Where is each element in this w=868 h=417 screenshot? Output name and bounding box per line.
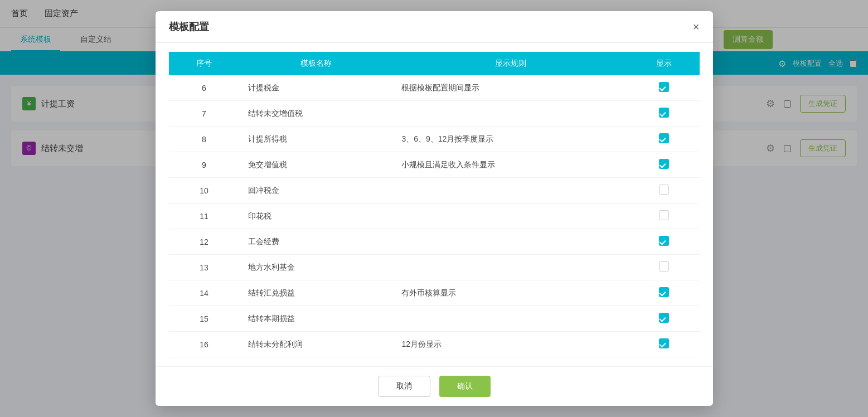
row-checkbox[interactable] bbox=[659, 159, 669, 169]
row-checkbox-cell bbox=[629, 332, 700, 357]
col-name: 模板名称 bbox=[239, 52, 392, 75]
table-row: 11印花税 bbox=[169, 203, 700, 229]
row-rule: 3、6、9、12月按季度显示 bbox=[392, 127, 628, 152]
row-checkbox-cell bbox=[629, 178, 700, 203]
row-name: 回冲税金 bbox=[239, 178, 392, 203]
row-rule: 12月份显示 bbox=[392, 332, 628, 357]
modal-overlay: 模板配置 × 序号 模板名称 显示规则 显示 6计提税金根据模板配置期间显示7结… bbox=[0, 0, 868, 417]
table-row: 16结转未分配利润12月份显示 bbox=[169, 332, 700, 357]
row-checkbox[interactable] bbox=[659, 210, 669, 220]
row-index: 11 bbox=[169, 203, 240, 229]
row-checkbox[interactable] bbox=[659, 236, 669, 246]
row-checkbox[interactable] bbox=[659, 108, 669, 118]
row-checkbox[interactable] bbox=[659, 185, 669, 195]
row-checkbox[interactable] bbox=[659, 133, 669, 143]
row-index: 6 bbox=[169, 75, 240, 101]
cancel-button[interactable]: 取消 bbox=[378, 376, 430, 397]
config-table: 序号 模板名称 显示规则 显示 6计提税金根据模板配置期间显示7结转未交增值税8… bbox=[169, 52, 700, 357]
row-rule bbox=[392, 203, 628, 229]
modal-body: 序号 模板名称 显示规则 显示 6计提税金根据模板配置期间显示7结转未交增值税8… bbox=[156, 43, 713, 366]
row-checkbox-cell bbox=[629, 255, 700, 280]
row-name: 结转本期损益 bbox=[239, 306, 392, 332]
table-row: 13地方水利基金 bbox=[169, 255, 700, 280]
table-row: 7结转未交增值税 bbox=[169, 101, 700, 127]
row-rule: 根据模板配置期间显示 bbox=[392, 75, 628, 101]
row-index: 9 bbox=[169, 152, 240, 178]
row-rule bbox=[392, 101, 628, 127]
table-row: 14结转汇兑损益有外币核算显示 bbox=[169, 280, 700, 306]
row-checkbox-cell bbox=[629, 229, 700, 255]
row-name: 工会经费 bbox=[239, 229, 392, 255]
row-rule bbox=[392, 178, 628, 203]
row-rule bbox=[392, 255, 628, 280]
modal-close-button[interactable]: × bbox=[693, 21, 700, 32]
row-checkbox-cell bbox=[629, 203, 700, 229]
row-name: 计提税金 bbox=[239, 75, 392, 101]
table-row: 6计提税金根据模板配置期间显示 bbox=[169, 75, 700, 101]
table-row: 15结转本期损益 bbox=[169, 306, 700, 332]
row-index: 13 bbox=[169, 255, 240, 280]
row-checkbox-cell bbox=[629, 101, 700, 127]
table-row: 9免交增值税小规模且满足收入条件显示 bbox=[169, 152, 700, 178]
col-rule: 显示规则 bbox=[392, 52, 628, 75]
row-checkbox[interactable] bbox=[659, 313, 669, 323]
modal-template-config: 模板配置 × 序号 模板名称 显示规则 显示 6计提税金根据模板配置期间显示7结… bbox=[156, 11, 713, 406]
row-rule bbox=[392, 306, 628, 332]
row-index: 12 bbox=[169, 229, 240, 255]
table-body: 6计提税金根据模板配置期间显示7结转未交增值税8计提所得税3、6、9、12月按季… bbox=[169, 75, 700, 357]
row-checkbox-cell bbox=[629, 127, 700, 152]
row-index: 15 bbox=[169, 306, 240, 332]
modal-footer: 取消 确认 bbox=[156, 366, 713, 406]
row-checkbox[interactable] bbox=[659, 338, 669, 348]
row-name: 免交增值税 bbox=[239, 152, 392, 178]
row-index: 14 bbox=[169, 280, 240, 306]
row-checkbox-cell bbox=[629, 280, 700, 306]
row-name: 地方水利基金 bbox=[239, 255, 392, 280]
row-index: 7 bbox=[169, 101, 240, 127]
modal-title: 模板配置 bbox=[169, 20, 209, 33]
row-index: 16 bbox=[169, 332, 240, 357]
row-name: 印花税 bbox=[239, 203, 392, 229]
row-rule bbox=[392, 229, 628, 255]
col-display: 显示 bbox=[629, 52, 700, 75]
row-rule: 有外币核算显示 bbox=[392, 280, 628, 306]
table-row: 10回冲税金 bbox=[169, 178, 700, 203]
row-checkbox-cell bbox=[629, 306, 700, 332]
row-checkbox[interactable] bbox=[659, 82, 669, 92]
modal-header: 模板配置 × bbox=[156, 11, 713, 43]
row-checkbox-cell bbox=[629, 75, 700, 101]
col-index: 序号 bbox=[169, 52, 240, 75]
table-row: 8计提所得税3、6、9、12月按季度显示 bbox=[169, 127, 700, 152]
row-name: 结转未分配利润 bbox=[239, 332, 392, 357]
row-checkbox[interactable] bbox=[659, 261, 669, 271]
row-checkbox-cell bbox=[629, 152, 700, 178]
confirm-button[interactable]: 确认 bbox=[439, 376, 491, 397]
table-row: 12工会经费 bbox=[169, 229, 700, 255]
row-rule: 小规模且满足收入条件显示 bbox=[392, 152, 628, 178]
row-name: 结转汇兑损益 bbox=[239, 280, 392, 306]
row-index: 10 bbox=[169, 178, 240, 203]
table-header: 序号 模板名称 显示规则 显示 bbox=[169, 52, 700, 75]
row-name: 计提所得税 bbox=[239, 127, 392, 152]
row-checkbox[interactable] bbox=[659, 287, 669, 297]
row-name: 结转未交增值税 bbox=[239, 101, 392, 127]
row-index: 8 bbox=[169, 127, 240, 152]
